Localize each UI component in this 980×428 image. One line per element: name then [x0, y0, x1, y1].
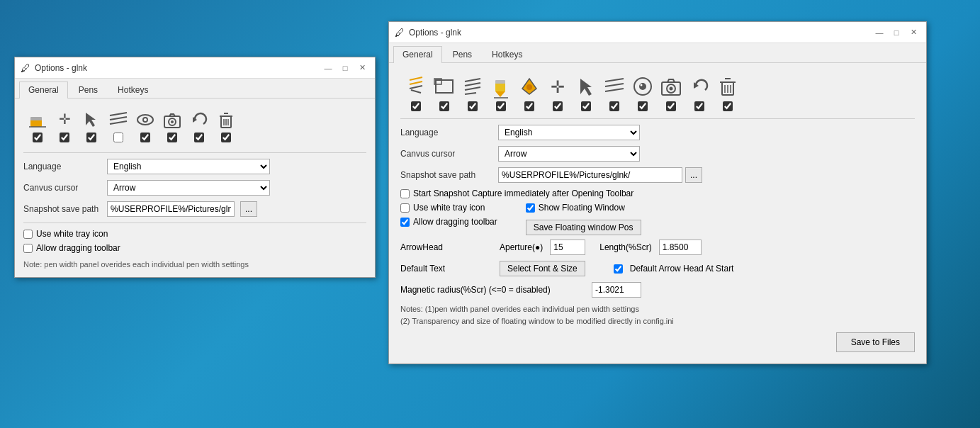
svg-line-29: [465, 87, 480, 90]
lw-checkbox-1[interactable]: [439, 101, 449, 111]
svg-line-24: [411, 90, 421, 93]
tab-hotkeys-small[interactable]: Hotkeys: [108, 81, 157, 98]
small-checkbox-2[interactable]: [86, 133, 96, 142]
small-tray-label: Use white tray icon: [36, 229, 108, 239]
large-floating-row: Show Floating Window: [526, 203, 641, 213]
large-right-col: Show Floating Window Save Floating windo…: [526, 203, 641, 235]
large-default-text-label: Default Text: [400, 264, 492, 274]
small-icon-col-0: [26, 108, 49, 142]
small-snapshot-input[interactable]: [107, 201, 235, 217]
small-checkbox-5[interactable]: [167, 133, 177, 142]
large-magnetic-input[interactable]: [592, 282, 641, 298]
small-icon-col-5: [161, 108, 184, 142]
small-icon-col-7: [215, 108, 237, 142]
small-close-button[interactable]: ✕: [355, 62, 369, 74]
svg-text:✛: ✛: [551, 77, 565, 96]
lw-checkbox-6[interactable]: [581, 101, 591, 111]
small-browse-button[interactable]: ...: [240, 201, 257, 217]
small-minimize-button[interactable]: —: [321, 62, 335, 74]
large-floating-checkbox[interactable]: [526, 203, 535, 213]
lw-icon-4: [519, 74, 539, 100]
large-default-arrow-checkbox[interactable]: [614, 264, 623, 274]
large-tabs: General Pens Hotkeys: [389, 43, 926, 63]
lw-checkbox-0[interactable]: [411, 101, 421, 111]
lw-checkbox-7[interactable]: [609, 101, 619, 111]
small-drag-checkbox[interactable]: [23, 244, 33, 253]
small-icon-col-2: [80, 108, 103, 142]
small-checkbox-4[interactable]: [140, 133, 150, 142]
small-window-controls: — □ ✕: [321, 62, 369, 74]
svg-line-21: [410, 77, 422, 80]
large-snapshot-input[interactable]: [498, 167, 682, 183]
small-checkbox-0[interactable]: [33, 133, 43, 142]
small-checkbox-1[interactable]: [60, 133, 69, 142]
small-tray-checkbox[interactable]: [23, 230, 33, 239]
small-icon-6: [188, 108, 210, 131]
small-window-icon: 🖊: [21, 62, 30, 74]
large-select-font-button[interactable]: Select Font & Size: [500, 261, 585, 276]
svg-line-23: [410, 86, 422, 89]
tab-general-small[interactable]: General: [19, 81, 68, 98]
small-icon-1: ✛: [53, 108, 76, 131]
tab-pens-large[interactable]: Pens: [444, 46, 481, 62]
large-language-row: Language English: [400, 125, 915, 140]
lw-checkbox-10[interactable]: [694, 101, 704, 111]
large-snapshot-row: Snapshot save path ...: [400, 167, 915, 183]
large-minimize-button[interactable]: —: [872, 26, 886, 39]
large-options-window: 🖊 Options - glnk — □ ✕ General Pens Hotk…: [388, 21, 927, 364]
small-checkbox-7[interactable]: [221, 133, 231, 142]
large-separator-1: [400, 118, 915, 119]
lw-checkbox-2[interactable]: [468, 101, 478, 111]
lw-checkbox-8[interactable]: [638, 101, 648, 111]
svg-line-27: [465, 79, 480, 81]
lw-icon-9: [660, 74, 682, 100]
large-drag-checkbox[interactable]: [400, 218, 410, 227]
lw-col-8: [630, 74, 655, 111]
small-checkbox-6[interactable]: [194, 133, 204, 142]
small-cursor-select[interactable]: Arrow: [107, 180, 270, 196]
small-icon-7: [215, 108, 237, 131]
small-snapshot-label: Snapshot save path: [23, 204, 101, 214]
large-cursor-select[interactable]: Arrow: [498, 146, 640, 162]
large-save-button[interactable]: Save to Files: [836, 332, 915, 352]
tab-general-large[interactable]: General: [393, 46, 442, 63]
small-icon-col-6: [188, 108, 210, 142]
small-language-select[interactable]: English: [107, 159, 270, 174]
large-maximize-button[interactable]: □: [889, 26, 903, 39]
lw-icon-8: [631, 74, 654, 100]
lw-col-6: [573, 74, 599, 111]
large-save-floating-button[interactable]: Save Floating window Pos: [526, 220, 641, 235]
small-checkbox-3[interactable]: [113, 133, 123, 142]
lw-checkbox-4[interactable]: [524, 101, 534, 111]
small-icon-col-4: [134, 108, 157, 142]
lw-checkbox-11[interactable]: [723, 101, 733, 111]
large-close-button[interactable]: ✕: [906, 26, 920, 39]
svg-rect-31: [495, 83, 505, 91]
svg-marker-33: [495, 91, 505, 97]
lw-checkbox-3[interactable]: [496, 101, 506, 111]
large-title: 🖊 Options - glnk: [395, 27, 461, 38]
large-drag-row: Allow dragging toolbar: [400, 217, 497, 227]
large-length-input[interactable]: [659, 240, 702, 255]
large-start-snapshot-checkbox[interactable]: [400, 189, 410, 198]
large-left-col: Use white tray icon Allow dragging toolb…: [400, 203, 497, 235]
tab-pens-small[interactable]: Pens: [69, 81, 107, 98]
large-tray-checkbox[interactable]: [400, 203, 410, 213]
svg-line-30: [465, 93, 476, 94]
large-floating-label: Show Floating Window: [539, 203, 625, 213]
large-browse-button[interactable]: ...: [685, 167, 702, 183]
lw-checkbox-9[interactable]: [666, 101, 676, 111]
small-icon-0: [26, 108, 49, 131]
svg-point-35: [526, 84, 532, 90]
lw-icon-7: [604, 74, 625, 100]
large-aperture-input[interactable]: [550, 240, 585, 255]
lw-col-1: [432, 74, 457, 111]
lw-checkbox-5[interactable]: [553, 101, 563, 111]
svg-marker-37: [580, 79, 592, 96]
large-language-select[interactable]: English: [498, 125, 640, 140]
svg-rect-1: [30, 117, 42, 120]
small-maximize-button[interactable]: □: [338, 62, 352, 74]
lw-icon-0: [408, 74, 424, 100]
svg-point-13: [171, 120, 174, 123]
tab-hotkeys-large[interactable]: Hotkeys: [483, 46, 531, 62]
